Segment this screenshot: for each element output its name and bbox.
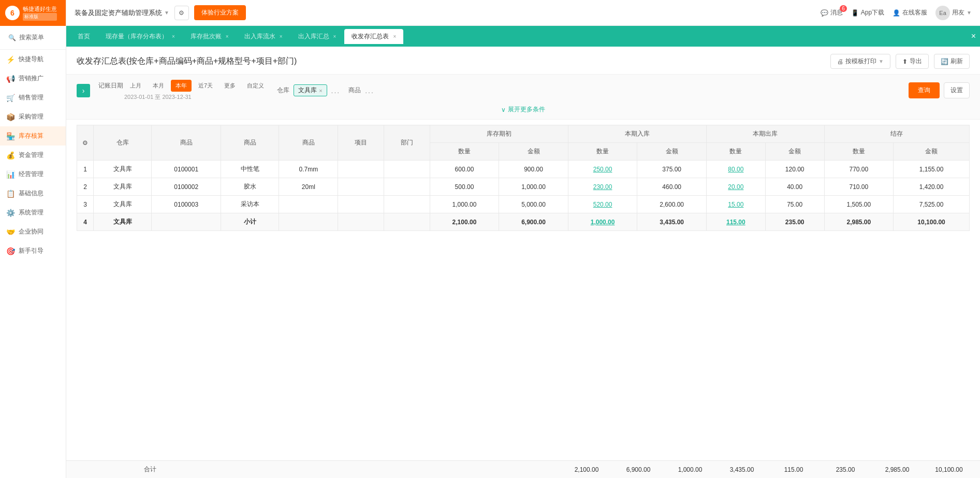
date-btn-this-year[interactable]: 本年 [171, 80, 192, 92]
refresh-button[interactable]: 🔄 刷新 [934, 54, 970, 69]
tab-close-inout-summary[interactable]: × [333, 34, 337, 39]
sidebar-item-sales[interactable]: 🛒 销售管理 [0, 88, 66, 107]
expand-more-button[interactable]: ∨ 展开更多条件 [501, 105, 545, 114]
enterprise-icon: 🤝 [6, 228, 14, 236]
tab-stock-dist[interactable]: 现存量（库存分布表） × [98, 29, 182, 44]
operation-icon: 📊 [6, 170, 14, 179]
tab-close-inout-flow[interactable]: × [280, 34, 283, 39]
th-dept: 部门 [384, 125, 430, 161]
row-begin-qty-2: 1,000.00 [430, 196, 499, 213]
row-end-qty-3: 2,985.00 [824, 213, 894, 231]
date-filter-group: 记账日期 上月 本月 本年 近7天 更多 自定义 2023-01-01 至 20… [98, 80, 269, 101]
th-end-qty: 数量 [824, 143, 894, 161]
sidebar-item-inventory[interactable]: 🏪 库存核算 [0, 126, 66, 146]
date-btn-last-month[interactable]: 上月 [125, 80, 146, 92]
row-out-qty-0[interactable]: 80.00 [706, 161, 765, 178]
row-in-amount-0: 375.00 [637, 161, 707, 178]
sidebar-item-marketing[interactable]: 📢 营销推广 [0, 69, 66, 88]
row-in-qty-1[interactable]: 230.00 [568, 178, 637, 196]
tab-inout-summary[interactable]: 出入库汇总 × [291, 29, 344, 44]
tab-close-recv-send[interactable]: × [393, 34, 396, 39]
row-out-amount-2: 75.00 [765, 196, 824, 213]
header-right: 💬 消息 6 📱 App下载 👤 在线客服 Ea 用友 ▼ [821, 6, 972, 20]
warehouse-tag: 文具库 × [294, 84, 327, 96]
print-button[interactable]: 🖨 按模板打印 ▼ [830, 54, 890, 69]
query-button[interactable]: 查询 [909, 82, 940, 98]
row-in-qty-2[interactable]: 520.00 [568, 196, 637, 213]
sidebar-item-finance[interactable]: 💰 资金管理 [0, 146, 66, 165]
table-container: ⚙ 仓库 商品 商品 商品 项目 部门 库存期初 本期入库 本期出库 结存 数量 [66, 125, 980, 241]
tab-close-stock-dist[interactable]: × [172, 34, 175, 39]
search-menu-button[interactable]: 🔍 搜索菜单 [4, 30, 62, 45]
sidebar-item-basic[interactable]: 📋 基础信息 [0, 184, 66, 203]
row-num-1: 2 [77, 178, 94, 196]
online-service-button[interactable]: 👤 在线客服 [893, 8, 927, 17]
row-goods-spec-2 [279, 196, 338, 213]
sidebar-item-quick-nav[interactable]: ⚡ 快捷导航 [0, 50, 66, 69]
message-badge: 6 [840, 5, 847, 12]
system-title-dropdown[interactable]: 装备及固定资产辅助管理系统 ▼ [75, 8, 169, 18]
row-begin-qty-1: 500.00 [430, 178, 499, 196]
sidebar-item-system[interactable]: ⚙️ 系统管理 [0, 203, 66, 222]
header-left: 装备及固定资产辅助管理系统 ▼ ⚙ 体验行业方案 [75, 5, 246, 20]
row-in-qty-3[interactable]: 1,000.00 [568, 213, 637, 231]
row-goods-code-0: 0100001 [152, 161, 221, 178]
tab-recv-send[interactable]: 收发存汇总表 × [344, 29, 403, 44]
warehouse-filter-group: 仓库 文具库 × ... [277, 84, 340, 96]
date-btn-this-month[interactable]: 本月 [148, 80, 169, 92]
date-btn-custom[interactable]: 自定义 [242, 80, 269, 92]
row-num-3: 4 [77, 213, 94, 231]
row-out-qty-3[interactable]: 115.00 [706, 213, 765, 231]
set-button[interactable]: 设置 [944, 82, 970, 98]
refresh-icon: 🔄 [941, 58, 948, 65]
print-chevron-icon: ▼ [879, 59, 884, 64]
user-menu[interactable]: Ea 用友 ▼ [935, 6, 972, 20]
date-btn-more[interactable]: 更多 [220, 80, 240, 92]
row-out-qty-1[interactable]: 20.00 [706, 178, 765, 196]
trial-button[interactable]: 体验行业方案 [194, 5, 246, 20]
sidebar-item-enterprise[interactable]: 🤝 企业协同 [0, 222, 66, 241]
warehouse-tag-close-button[interactable]: × [319, 88, 322, 94]
row-goods-code-1: 0100002 [152, 178, 221, 196]
row-dept-1 [384, 178, 430, 196]
row-in-qty-0[interactable]: 250.00 [568, 161, 637, 178]
th-period-out: 本期出库 [706, 125, 824, 143]
row-warehouse-0: 文具库 [94, 161, 152, 178]
th-settings[interactable]: ⚙ [77, 125, 94, 161]
sidebar-item-purchase[interactable]: 📦 采购管理 [0, 107, 66, 126]
export-button[interactable]: ⬆ 导出 [896, 54, 929, 69]
warehouse-more-button[interactable]: ... [331, 86, 341, 95]
tab-close-batch[interactable]: × [226, 34, 229, 39]
tab-home[interactable]: 首页 [70, 29, 97, 44]
row-begin-qty-0: 600.00 [430, 161, 499, 178]
system-title-text: 装备及固定资产辅助管理系统 [75, 8, 162, 18]
th-begin-amount: 金额 [499, 143, 568, 161]
row-warehouse-3: 文具库 [94, 213, 152, 231]
date-btn-7days[interactable]: 近7天 [194, 80, 217, 92]
settings-button[interactable]: ⚙ [174, 6, 189, 20]
date-label: 记账日期 [98, 81, 123, 90]
row-num-0: 1 [77, 161, 94, 178]
filter-buttons: 查询 设置 [909, 82, 970, 98]
row-warehouse-1: 文具库 [94, 178, 152, 196]
row-goods-name-1: 胶水 [221, 178, 279, 196]
row-dept-0 [384, 161, 430, 178]
goods-more-button[interactable]: ... [365, 86, 374, 95]
row-begin-amount-0: 900.00 [499, 161, 568, 178]
sidebar-item-operation[interactable]: 📊 经营管理 [0, 165, 66, 184]
tab-batch[interactable]: 库存批次账 × [183, 29, 236, 44]
download-icon: 📱 [851, 9, 859, 17]
row-project-3 [338, 213, 384, 231]
export-icon: ⬆ [902, 58, 908, 65]
tab-inout-flow[interactable]: 出入库流水 × [237, 29, 290, 44]
app-download-button[interactable]: 📱 App下载 [851, 8, 884, 17]
table-row: 2 文具库 0100002 胶水 20ml 500.00 1,000.00 23… [77, 178, 970, 196]
close-all-tabs-button[interactable]: × [971, 32, 976, 41]
filter-expand-arrow[interactable]: › [77, 84, 90, 97]
row-out-qty-2[interactable]: 15.00 [706, 196, 765, 213]
sidebar-search[interactable]: 🔍 搜索菜单 [0, 26, 66, 50]
logo-text-line1: 畅捷通好生意 [23, 5, 57, 13]
sidebar-item-guide[interactable]: 🎯 新手引导 [0, 241, 66, 260]
message-button[interactable]: 💬 消息 6 [821, 8, 843, 17]
th-goods-code: 商品 [152, 125, 221, 161]
